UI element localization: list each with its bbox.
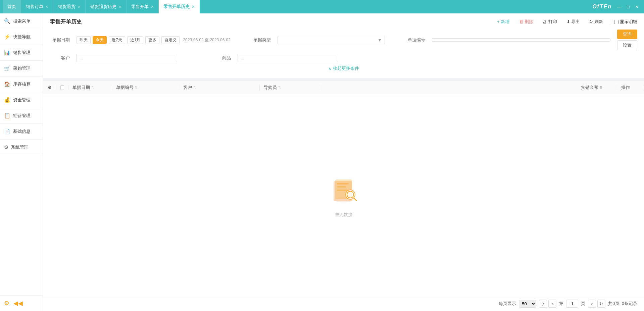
close-tab-return[interactable]: ✕ <box>78 5 81 9</box>
th-date[interactable]: 单据日期 ⇅ <box>68 85 112 91</box>
tab-retail-history[interactable]: 零售开单历史 ✕ <box>159 0 200 13</box>
tab-return[interactable]: 销货退货 ✕ <box>53 0 86 13</box>
svg-rect-4 <box>337 186 346 188</box>
th-amount[interactable]: 实销金额 ⇅ <box>577 85 617 91</box>
refresh-button[interactable]: ↻ 刷新 <box>587 17 606 26</box>
system-icon: ⚙ <box>4 144 8 150</box>
sidebar-item-inventory[interactable]: 🏠 库存核算 <box>0 76 43 92</box>
today-btn[interactable]: 今天 <box>93 36 107 44</box>
collapse-sidebar-icon[interactable]: ◀◀ <box>13 300 23 307</box>
sales-icon: 📊 <box>4 50 10 56</box>
settings-bottom-icon[interactable]: ⚙ <box>4 300 9 307</box>
sort-customer-icon[interactable]: ⇅ <box>193 86 196 89</box>
close-tab-retail[interactable]: ✕ <box>151 5 154 9</box>
number-label: 单据编号 <box>405 37 425 43</box>
last-page-btn[interactable]: ⟩⟩ <box>597 300 605 308</box>
th-number[interactable]: 单据编号 ⇅ <box>112 85 179 91</box>
sidebar-item-label: 搜索采单 <box>13 18 31 24</box>
type-label: 单据类型 <box>251 37 271 43</box>
svg-rect-3 <box>337 183 349 185</box>
quicknav-icon: ⚡ <box>4 34 10 40</box>
th-guide-label: 导购员 <box>264 85 277 91</box>
close-btn[interactable]: ✕ <box>635 4 639 9</box>
custom-date-btn[interactable]: 自定义 <box>161 36 180 44</box>
sort-amount-icon[interactable]: ⇅ <box>600 86 602 89</box>
sidebar-item-sales[interactable]: 📊 销售管理 <box>0 45 43 61</box>
th-number-label: 单据编号 <box>116 85 134 91</box>
sidebar-item-basic[interactable]: 📄 基础信息 <box>0 124 43 140</box>
collapse-filter-btn[interactable]: ∧ 收起更多条件 <box>50 65 637 71</box>
settings-filter-button[interactable]: 设置 <box>617 40 637 50</box>
page-title: 零售开单历史 <box>50 18 82 25</box>
th-checkbox[interactable] <box>56 85 68 90</box>
sort-number-icon[interactable]: ⇅ <box>135 86 138 89</box>
delete-button[interactable]: 🗑 删除 <box>516 17 536 26</box>
brand-label: OfTEn <box>592 4 612 10</box>
close-tab-retail-history[interactable]: ✕ <box>192 5 195 9</box>
collapse-text: 收起更多条件 <box>333 65 359 71</box>
filter-row-2: 客户 ... 商品 ... <box>50 54 637 62</box>
sidebar-item-quicknav[interactable]: ⚡ 快捷导航 <box>0 29 43 45</box>
tab-retail[interactable]: 零售开单 ✕ <box>127 0 159 13</box>
finance-icon: 💰 <box>4 97 10 103</box>
goods-input[interactable]: ... <box>238 54 338 62</box>
th-guide[interactable]: 导购员 ⇅ <box>260 85 320 91</box>
last7-btn[interactable]: 近7天 <box>109 36 125 44</box>
first-page-btn[interactable]: ⟨⟨ <box>539 300 547 308</box>
query-button[interactable]: 查询 <box>617 30 637 39</box>
type-select[interactable]: ▼ <box>278 36 385 44</box>
sidebar-item-search[interactable]: 🔍 搜索采单 <box>0 13 43 29</box>
table-area: ⚙ 单据日期 ⇅ 单据编号 ⇅ 客户 ⇅ 导购员 <box>43 81 644 296</box>
sort-date-icon[interactable]: ⇅ <box>91 86 94 89</box>
sidebar-item-label: 采购管理 <box>13 65 31 71</box>
date-range-text: 2023-06-02 至 2023-06-02 <box>183 37 230 43</box>
sidebar-item-operations[interactable]: 📋 经营管理 <box>0 108 43 124</box>
table-header: ⚙ 单据日期 ⇅ 单据编号 ⇅ 客户 ⇅ 导购员 <box>43 81 644 94</box>
next-page-btn[interactable]: ＞ <box>588 300 596 308</box>
content-area: 零售开单历史 + 新增 🗑 删除 🖨 打印 ⬇ 导出 ↻ 刷新 显示明细 单据日… <box>43 13 644 311</box>
th-settings[interactable]: ⚙ <box>43 85 56 90</box>
close-tab-return-history[interactable]: ✕ <box>118 5 121 9</box>
sidebar-item-label: 基础信息 <box>13 128 31 135</box>
add-button[interactable]: + 新增 <box>494 17 512 26</box>
window-controls: OfTEn — □ ✕ <box>592 4 644 10</box>
maximize-btn[interactable]: □ <box>627 4 630 9</box>
main-layout: 🔍 搜索采单 ⚡ 快捷导航 📊 销售管理 🛒 采购管理 🏠 库存核算 💰 资金管… <box>0 13 644 311</box>
pagination: 每页显示 50 20 100 ⟨⟨ ＜ 第 页 ＞ ⟩⟩ 共0页, 0条记录 <box>43 296 644 311</box>
yesterday-btn[interactable]: 昨天 <box>77 36 91 44</box>
goods-placeholder: ... <box>241 55 244 60</box>
more-date-btn[interactable]: 更多 <box>145 36 159 44</box>
tab-return-history[interactable]: 销货退货历史 ✕ <box>86 0 127 13</box>
sidebar-item-finance[interactable]: 💰 资金管理 <box>0 92 43 108</box>
prev-page-btn[interactable]: ＜ <box>548 300 556 308</box>
th-amount-label: 实销金额 <box>581 85 598 91</box>
tab-sales-order[interactable]: 销售订单 ✕ <box>21 0 53 13</box>
last-month-btn[interactable]: 近1月 <box>127 36 144 44</box>
sidebar-item-purchase[interactable]: 🛒 采购管理 <box>0 61 43 76</box>
sidebar-item-system[interactable]: ⚙ 系统管理 <box>0 140 43 155</box>
sidebar-item-label: 快捷导航 <box>13 34 31 40</box>
display-detail-label[interactable]: 显示明细 <box>614 19 637 25</box>
display-detail-text: 显示明细 <box>620 19 637 25</box>
display-detail-checkbox[interactable] <box>614 20 618 24</box>
th-action-label: 操作 <box>621 85 630 91</box>
per-page-select[interactable]: 50 20 100 <box>519 300 536 308</box>
query-buttons: 查询 设置 <box>617 30 637 50</box>
sort-guide-icon[interactable]: ⇅ <box>278 86 281 89</box>
search-icon: 🔍 <box>4 18 10 24</box>
goods-label: 商品 <box>211 55 231 61</box>
close-tab-sales-order[interactable]: ✕ <box>45 5 48 9</box>
export-button[interactable]: ⬇ 导出 <box>564 17 583 26</box>
page-nav: ⟨⟨ ＜ 第 页 ＞ ⟩⟩ <box>539 300 605 308</box>
th-customer[interactable]: 客户 ⇅ <box>179 85 260 91</box>
th-customer-label: 客户 <box>183 85 192 91</box>
svg-rect-5 <box>337 190 348 191</box>
print-button[interactable]: 🖨 打印 <box>540 17 560 26</box>
customer-input[interactable]: ... <box>77 54 177 62</box>
number-input[interactable] <box>432 38 610 42</box>
sidebar-item-label: 系统管理 <box>11 144 29 150</box>
tab-home[interactable]: 首页 <box>3 0 21 13</box>
minimize-btn[interactable]: — <box>617 4 622 9</box>
page-input[interactable] <box>566 300 578 308</box>
header-checkbox[interactable] <box>60 85 64 90</box>
